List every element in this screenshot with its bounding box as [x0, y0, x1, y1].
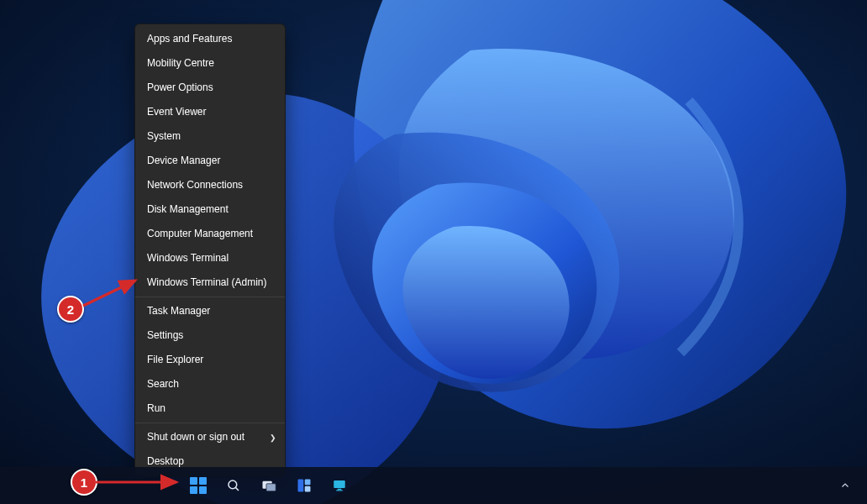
menu-separator — [135, 423, 285, 423]
power-menu-system[interactable]: System — [135, 124, 285, 149]
power-menu-mobility-centre[interactable]: Mobility Centre — [135, 51, 285, 76]
svg-point-1 — [229, 480, 237, 489]
power-menu-shut-down-or-sign-out[interactable]: Shut down or sign out❯ — [135, 425, 285, 449]
svg-rect-4 — [266, 484, 276, 491]
menu-item-label: Apps and Features — [147, 33, 232, 45]
menu-item-label: Run — [147, 402, 166, 414]
taskbar — [0, 467, 867, 504]
power-menu-disk-management[interactable]: Disk Management — [135, 197, 285, 222]
power-menu-network-connections[interactable]: Network Connections — [135, 173, 285, 197]
svg-rect-5 — [298, 480, 304, 492]
svg-rect-7 — [305, 486, 311, 492]
monitor-button[interactable] — [323, 469, 356, 502]
power-menu-run[interactable]: Run — [135, 396, 285, 421]
menu-item-label: System — [147, 130, 181, 142]
widgets-icon — [297, 478, 312, 493]
svg-rect-6 — [305, 480, 311, 486]
menu-item-label: File Explorer — [147, 354, 203, 365]
start-button[interactable] — [181, 469, 215, 502]
chevron-right-icon: ❯ — [270, 425, 276, 449]
menu-item-label: Event Viewer — [147, 106, 206, 118]
show-hidden-icons-button[interactable] — [832, 467, 859, 504]
svg-rect-9 — [338, 489, 342, 491]
menu-item-label: Mobility Centre — [147, 57, 214, 69]
power-menu-device-manager[interactable]: Device Manager — [135, 149, 285, 173]
menu-item-label: Power Options — [147, 81, 213, 93]
annotation-marker-1-label: 1 — [81, 475, 87, 490]
power-user-menu: Apps and FeaturesMobility CentrePower Op… — [134, 24, 286, 477]
menu-item-label: Windows Terminal (Admin) — [147, 276, 266, 288]
power-menu-event-viewer[interactable]: Event Viewer — [135, 100, 285, 124]
menu-item-label: Windows Terminal — [147, 252, 229, 264]
menu-item-label: Device Manager — [147, 155, 220, 166]
power-menu-task-manager[interactable]: Task Manager — [135, 299, 285, 323]
svg-rect-10 — [336, 490, 343, 491]
power-menu-file-explorer[interactable]: File Explorer — [135, 348, 285, 372]
power-menu-apps-and-features[interactable]: Apps and Features — [135, 27, 285, 51]
menu-item-label: Network Connections — [147, 179, 243, 191]
menu-item-label: Settings — [147, 329, 183, 341]
taskbar-icons — [181, 467, 356, 504]
menu-item-label: Computer Management — [147, 228, 253, 239]
wallpaper-svg — [0, 0, 867, 504]
svg-rect-8 — [334, 480, 345, 488]
task-view-icon — [261, 478, 276, 493]
power-menu-windows-terminal-admin[interactable]: Windows Terminal (Admin) — [135, 270, 285, 295]
annotation-marker-2: 2 — [57, 296, 84, 323]
power-menu-power-options[interactable]: Power Options — [135, 76, 285, 100]
chevron-up-icon — [840, 480, 850, 491]
menu-item-label: Desktop — [147, 455, 184, 467]
widgets-button[interactable] — [287, 469, 321, 502]
windows-logo-icon — [190, 477, 207, 494]
power-menu-windows-terminal[interactable]: Windows Terminal — [135, 246, 285, 270]
menu-item-label: Shut down or sign out — [147, 431, 244, 443]
annotation-marker-1: 1 — [71, 469, 97, 496]
menu-separator — [135, 297, 285, 297]
search-icon — [226, 478, 241, 493]
power-menu-settings[interactable]: Settings — [135, 323, 285, 348]
monitor-icon — [332, 478, 347, 493]
annotation-marker-2-label: 2 — [67, 302, 74, 317]
menu-item-label: Task Manager — [147, 305, 210, 317]
task-view-button[interactable] — [252, 469, 286, 502]
power-menu-computer-management[interactable]: Computer Management — [135, 222, 285, 246]
search-button[interactable] — [217, 469, 250, 502]
menu-item-label: Disk Management — [147, 203, 229, 215]
power-menu-search[interactable]: Search — [135, 372, 285, 396]
desktop-wallpaper — [0, 0, 867, 504]
svg-line-2 — [235, 487, 239, 491]
menu-item-label: Search — [147, 378, 179, 390]
